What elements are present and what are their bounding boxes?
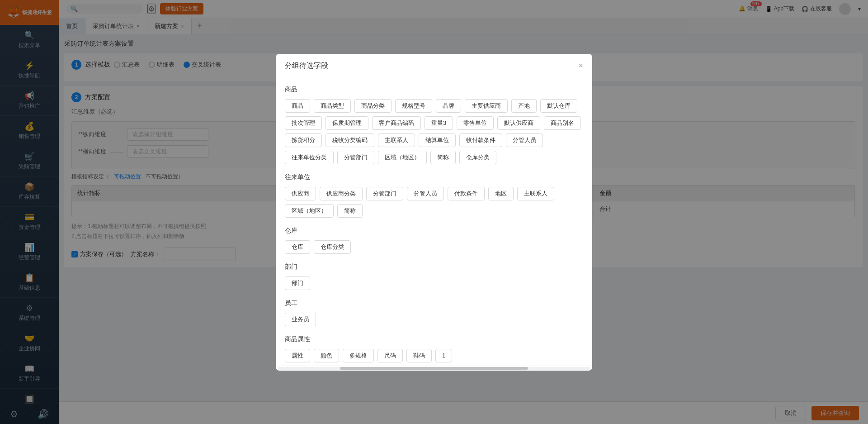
field-tag-0-1[interactable]: 商品类型 <box>314 99 351 113</box>
field-tags-2: 仓库仓库分类 <box>285 240 583 254</box>
hscroll-thumb <box>340 367 528 370</box>
modal-header: 分组待选字段 × <box>276 54 592 78</box>
field-tag-0-24[interactable]: 简称 <box>430 151 456 164</box>
field-tag-5-0[interactable]: 属性 <box>285 349 310 362</box>
field-tag-0-19[interactable]: 收付款条件 <box>459 133 502 147</box>
field-group-0: 商品商品商品类型商品分类规格型号品牌主要供应商产地默认仓库批次管理保质期管理客户… <box>285 86 583 164</box>
field-tags-3: 部门 <box>285 276 583 290</box>
field-tag-5-5[interactable]: 1 <box>435 349 452 362</box>
field-tag-2-1[interactable]: 仓库分类 <box>314 240 351 254</box>
field-tags-4: 业务员 <box>285 313 583 326</box>
field-tag-0-13[interactable]: 默认供应商 <box>497 116 540 130</box>
field-tag-1-5[interactable]: 地区 <box>488 187 514 200</box>
field-tag-1-2[interactable]: 分管部门 <box>366 187 403 200</box>
field-tag-1-1[interactable]: 供应商分类 <box>320 187 363 200</box>
field-tag-4-0[interactable]: 业务员 <box>285 313 316 326</box>
field-tag-0-21[interactable]: 往来单位分类 <box>285 151 334 164</box>
field-group-5: 商品属性属性颜色多规格尺码鞋码1 <box>285 335 583 362</box>
field-tags-5: 属性颜色多规格尺码鞋码1 <box>285 349 583 362</box>
field-group-3: 部门部门 <box>285 263 583 290</box>
field-group-title-4: 员工 <box>285 299 583 307</box>
field-tag-3-0[interactable]: 部门 <box>285 276 310 290</box>
field-tag-0-16[interactable]: 税收分类编码 <box>326 133 374 147</box>
field-group-title-0: 商品 <box>285 86 583 94</box>
field-tag-0-8[interactable]: 批次管理 <box>285 116 322 130</box>
field-tag-5-1[interactable]: 颜色 <box>314 349 339 362</box>
hscroll-track <box>278 367 590 370</box>
field-tag-5-3[interactable]: 尺码 <box>377 349 403 362</box>
field-group-title-2: 仓库 <box>285 227 583 235</box>
field-tag-0-17[interactable]: 主联系人 <box>378 133 415 147</box>
field-select-modal: 分组待选字段 × 商品商品商品类型商品分类规格型号品牌主要供应商产地默认仓库批次… <box>276 54 592 371</box>
modal-close-button[interactable]: × <box>578 61 583 71</box>
field-group-title-1: 往来单位 <box>285 173 583 181</box>
field-tag-0-25[interactable]: 仓库分类 <box>459 151 496 164</box>
field-group-title-3: 部门 <box>285 263 583 271</box>
field-tag-0-2[interactable]: 商品分类 <box>354 99 392 113</box>
modal-body: 商品商品商品类型商品分类规格型号品牌主要供应商产地默认仓库批次管理保质期管理客户… <box>276 78 592 366</box>
field-tag-0-4[interactable]: 品牌 <box>436 99 461 113</box>
field-tag-0-9[interactable]: 保质期管理 <box>326 116 368 130</box>
field-tag-1-0[interactable]: 供应商 <box>285 187 316 200</box>
field-tags-1: 供应商供应商分类分管部门分管人员付款条件地区主联系人区域（地区）简称 <box>285 187 583 218</box>
field-tag-0-3[interactable]: 规格型号 <box>395 99 432 113</box>
field-tags-0: 商品商品类型商品分类规格型号品牌主要供应商产地默认仓库批次管理保质期管理客户商品… <box>285 99 583 164</box>
field-group-2: 仓库仓库仓库分类 <box>285 227 583 254</box>
field-tag-0-6[interactable]: 产地 <box>511 99 537 113</box>
field-group-4: 员工业务员 <box>285 299 583 326</box>
field-tag-0-15[interactable]: 拣货积分 <box>285 133 322 147</box>
field-tag-1-6[interactable]: 主联系人 <box>517 187 554 200</box>
field-group-1: 往来单位供应商供应商分类分管部门分管人员付款条件地区主联系人区域（地区）简称 <box>285 173 583 218</box>
field-tag-0-7[interactable]: 默认仓库 <box>540 99 577 113</box>
modal-overlay: 分组待选字段 × 商品商品商品类型商品分类规格型号品牌主要供应商产地默认仓库批次… <box>0 0 868 424</box>
modal-title: 分组待选字段 <box>285 61 328 71</box>
field-tag-0-23[interactable]: 区域（地区） <box>378 151 427 164</box>
field-tag-0-10[interactable]: 客户商品编码 <box>372 116 421 130</box>
field-tag-0-5[interactable]: 主要供应商 <box>465 99 508 113</box>
field-tag-0-18[interactable]: 结算单位 <box>419 133 456 147</box>
field-tag-1-8[interactable]: 简称 <box>337 204 363 218</box>
field-tag-1-3[interactable]: 分管人员 <box>407 187 444 200</box>
field-tag-2-0[interactable]: 仓库 <box>285 240 310 254</box>
field-tag-0-0[interactable]: 商品 <box>285 99 310 113</box>
field-tag-0-12[interactable]: 零售单位 <box>457 116 494 130</box>
modal-footer-scrollbar[interactable] <box>276 366 592 371</box>
field-tag-0-11[interactable]: 重量3 <box>425 116 453 130</box>
field-group-title-5: 商品属性 <box>285 335 583 343</box>
field-tag-0-14[interactable]: 商品别名 <box>544 116 581 130</box>
field-tag-1-7[interactable]: 区域（地区） <box>285 204 334 218</box>
field-tag-0-22[interactable]: 分管部门 <box>337 151 374 164</box>
field-tag-5-2[interactable]: 多规格 <box>343 349 374 362</box>
field-tag-5-4[interactable]: 鞋码 <box>406 349 432 362</box>
field-tag-1-4[interactable]: 付款条件 <box>448 187 485 200</box>
field-tag-0-20[interactable]: 分管人员 <box>506 133 543 147</box>
